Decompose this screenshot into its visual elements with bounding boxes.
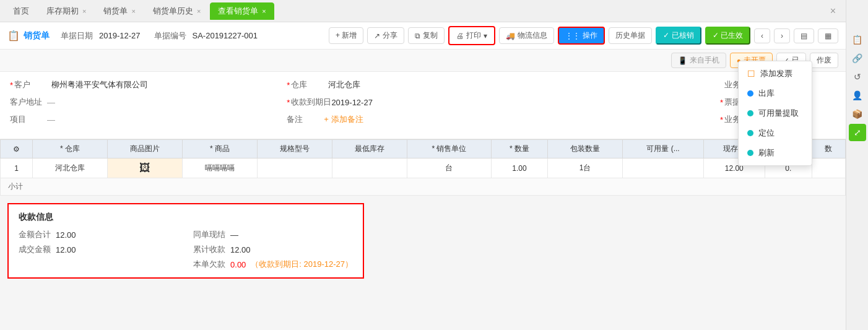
copy-button[interactable]: ⧉ 复制 xyxy=(408,27,445,44)
row-min-stock[interactable] xyxy=(332,158,407,178)
right-panel: 📋 🔗 ↺ 👤 📦 ⤢ xyxy=(846,0,868,286)
cumulative-row: 累计收款 12.00 xyxy=(193,244,353,255)
menu-refresh[interactable]: 刷新 xyxy=(739,143,812,163)
available-dot xyxy=(747,110,753,116)
menu-locate[interactable]: 定位 xyxy=(739,123,812,143)
date-value: 2019-12-27 xyxy=(99,31,141,40)
col-pkg-qty: 包装数量 xyxy=(548,140,623,158)
required-star-4: * xyxy=(720,98,723,107)
history-button[interactable]: 历史单据 xyxy=(609,27,652,44)
right-icon-expand[interactable]: ⤢ xyxy=(849,124,866,141)
required-star-5: * xyxy=(720,115,723,124)
row-spec[interactable] xyxy=(258,158,332,178)
right-icon-3[interactable]: ↺ xyxy=(849,68,866,85)
tab-inventory-close[interactable]: × xyxy=(82,7,86,15)
share-button[interactable]: ↗ 分享 xyxy=(367,27,404,44)
tab-view-sales-label: 查看销货单 xyxy=(218,6,258,17)
row-pkg-qty[interactable]: 1台 xyxy=(548,158,623,178)
payment-grid: 金额合计 12.00 同单现结 — 成交金额 12.00 累计收款 12.00 xyxy=(19,229,353,270)
next-button[interactable]: › xyxy=(774,28,790,43)
void-icon: ✓ xyxy=(663,31,669,40)
menu-outbound-label: 出库 xyxy=(758,88,775,99)
grid2-button[interactable]: ▦ xyxy=(818,28,838,43)
right-icon-4[interactable]: 👤 xyxy=(849,87,866,104)
number-label: 单据编号 xyxy=(154,30,186,41)
row-avail[interactable] xyxy=(623,158,704,178)
effective-icon: ✓ xyxy=(713,31,719,40)
table-header-row: ⚙ * 仓库 商品图片 * 商品 规格型号 最低库存 * 销售单位 * 数量 包… xyxy=(1,140,846,158)
tab-sales-history[interactable]: 销货单历史 × xyxy=(145,2,209,20)
deal-amount-value: 12.00 xyxy=(56,245,76,254)
amount-label: 金额合计 xyxy=(19,229,51,240)
print-button[interactable]: 🖨 打印 ▾ xyxy=(450,28,493,43)
tab-inventory[interactable]: 库存期初 × xyxy=(38,2,94,20)
row-product[interactable]: 嗝嗝嗝嗝 xyxy=(183,158,258,178)
logistics-button[interactable]: 🚚 物流信息 xyxy=(499,27,554,44)
new-button[interactable]: + 新增 xyxy=(329,27,363,44)
void-button[interactable]: ✓ 已核销 xyxy=(656,27,701,45)
due-note: （收款到期日: 2019-12-27） xyxy=(251,259,353,270)
operate-button[interactable]: ⋮⋮ 操作 xyxy=(558,27,605,45)
form-row-1: * 客户 柳州粤港平安气体有限公司 * 仓库 河北仓库 业务员 演示账号 xyxy=(10,79,836,90)
menu-outbound[interactable]: 出库 xyxy=(739,84,812,103)
tab-sales-history-label: 销货单历史 xyxy=(153,6,193,17)
right-icon-5[interactable]: 📦 xyxy=(849,105,866,123)
effective-button[interactable]: ✓ 已生效 xyxy=(705,27,750,45)
tab-sales-order-close[interactable]: × xyxy=(131,7,135,15)
project-value: — xyxy=(47,115,121,124)
print-dropdown-arrow: ▾ xyxy=(484,32,487,40)
owe-row: 本单欠款 0.00 （收款到期日: 2019-12-27） xyxy=(193,259,353,270)
operate-icon: ⋮⋮ xyxy=(565,32,580,40)
refresh-dot xyxy=(747,150,753,156)
bottom-area: 收款信息 金额合计 12.00 同单现结 — 成交金额 12.00 累计收款 1… xyxy=(0,196,846,286)
required-star-3: * xyxy=(287,98,290,107)
sub-toolbar: 📱 来自手机 ● 未开票 ✓ 已 作废 xyxy=(0,50,846,72)
tab-sales-order-label: 销货单 xyxy=(103,6,128,17)
warehouse-label: 仓库 xyxy=(291,79,328,90)
menu-add-invoice[interactable]: ☐ 添加发票 xyxy=(739,64,812,84)
mobile-button[interactable]: 📱 来自手机 xyxy=(671,53,726,68)
col-unit: * 销售单位 xyxy=(407,140,491,158)
main-toolbar: 📋 销货单 单据日期 2019-12-27 单据编号 SA-20191227-0… xyxy=(0,22,846,50)
menu-locate-label: 定位 xyxy=(758,128,775,139)
due-date-value[interactable]: 2019-12-27 xyxy=(331,98,406,107)
tab-view-sales[interactable]: 查看销货单 × xyxy=(210,2,274,20)
address-label: 客户地址 xyxy=(10,97,47,108)
form-area: * 客户 柳州粤港平安气体有限公司 * 仓库 河北仓库 业务员 演示账号 客户地… xyxy=(0,72,846,139)
project-field: 项目 — xyxy=(10,114,282,125)
prev-button[interactable]: ‹ xyxy=(754,28,770,43)
gear-icon: ⚙ xyxy=(13,145,20,154)
outbound-dot xyxy=(747,90,753,97)
tab-bar: 首页 库存期初 × 销货单 × 销货单历史 × 查看销货单 × × xyxy=(0,0,846,22)
right-icon-1[interactable]: 📋 xyxy=(849,31,866,48)
mobile-icon: 📱 xyxy=(678,56,687,65)
amount-row: 金额合计 12.00 xyxy=(19,229,178,240)
menu-available-fetch[interactable]: 可用量提取 xyxy=(739,103,812,123)
tab-home-label: 首页 xyxy=(13,6,29,17)
warehouse-value[interactable]: 河北仓库 xyxy=(328,79,402,90)
col-avail: 可用量 (... xyxy=(623,140,704,158)
void-sub-button[interactable]: 作废 xyxy=(810,53,838,68)
tab-sales-order[interactable]: 销货单 × xyxy=(95,2,143,20)
row-unit[interactable]: 台 xyxy=(407,158,491,178)
due-date-field: * 收款到期日 2019-12-27 xyxy=(287,97,558,108)
menu-add-invoice-label: 添加发票 xyxy=(760,68,792,79)
row-qty[interactable]: 1.00 xyxy=(491,158,547,178)
checkbox-icon: ☐ xyxy=(747,69,755,79)
col-product: * 商品 xyxy=(183,140,258,158)
window-close-button[interactable]: × xyxy=(825,6,841,17)
tab-view-sales-close[interactable]: × xyxy=(262,7,266,15)
right-icon-2[interactable]: 🔗 xyxy=(849,50,866,67)
tab-sales-history-close[interactable]: × xyxy=(197,7,201,15)
number-value: SA-20191227-001 xyxy=(193,31,258,40)
customer-value[interactable]: 柳州粤港平安气体有限公司 xyxy=(51,79,148,90)
table-row: 1 河北仓库 🖼 嗝嗝嗝嗝 台 1.00 1台 12.00 0. xyxy=(1,158,846,178)
row-image: 🖼 xyxy=(108,158,183,178)
grid1-button[interactable]: ▤ xyxy=(794,28,814,43)
row-warehouse[interactable]: 河北仓库 xyxy=(33,158,108,178)
product-image-icon: 🖼 xyxy=(139,162,150,174)
subtotal-label: 小计 xyxy=(1,178,846,196)
add-note-button[interactable]: + 添加备注 xyxy=(324,114,363,125)
row-amount[interactable] xyxy=(812,158,845,178)
tab-home[interactable]: 首页 xyxy=(5,2,37,20)
